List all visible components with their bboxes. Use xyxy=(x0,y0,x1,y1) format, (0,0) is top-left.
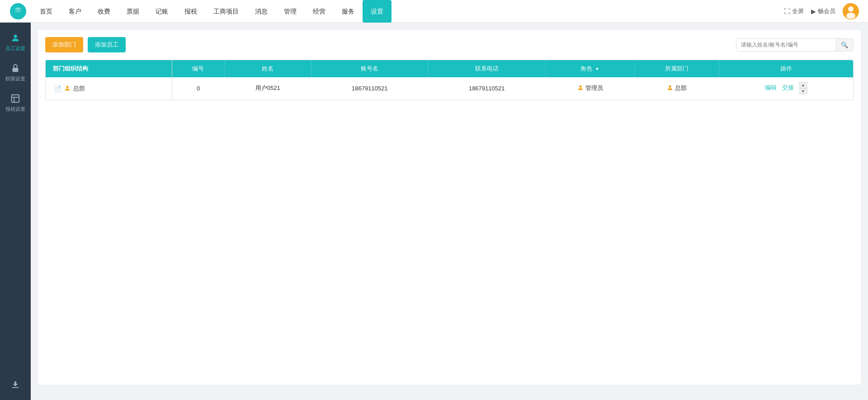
cell-phone: 18679110521 xyxy=(428,77,545,99)
th-dept: 所属部门 xyxy=(635,60,719,77)
search-icon: 🔍 xyxy=(841,42,849,48)
dept-tree: 📄 总部 xyxy=(46,77,172,100)
transfer-link[interactable]: 交接 xyxy=(782,84,794,91)
sidebar-item-staff[interactable]: 员工设置 xyxy=(0,27,31,57)
app-logo xyxy=(5,3,32,19)
svg-point-2 xyxy=(848,6,854,12)
svg-rect-6 xyxy=(12,95,19,103)
nav-message[interactable]: 消息 xyxy=(247,0,276,23)
content-wrapper: 添加部门 添加员工 🔍 部门组织结构 📄 xyxy=(38,30,861,385)
cell-id: 0 xyxy=(172,77,224,99)
scroll-up-button[interactable]: ▲ xyxy=(799,82,807,88)
toolbar: 添加部门 添加员工 🔍 xyxy=(45,37,854,52)
nav-settings[interactable]: 设置 xyxy=(363,0,392,23)
main-content: 添加部门 添加员工 🔍 部门组织结构 📄 xyxy=(31,23,868,400)
nav-service[interactable]: 服务 xyxy=(334,0,363,23)
nav-tax[interactable]: 报税 xyxy=(176,0,205,23)
nav-business[interactable]: 工商项目 xyxy=(205,0,247,23)
member-button[interactable]: ▶ 畅会员 xyxy=(811,7,835,15)
dept-root-label: 总部 xyxy=(73,85,85,93)
svg-point-3 xyxy=(846,13,855,19)
role-label: 管理员 xyxy=(585,84,603,92)
svg-point-4 xyxy=(14,35,17,38)
svg-point-10 xyxy=(66,85,68,88)
dept-label: 总部 xyxy=(675,84,687,92)
th-role[interactable]: 角色 ▼ xyxy=(545,60,635,77)
svg-point-12 xyxy=(669,85,671,87)
svg-rect-5 xyxy=(13,68,19,72)
person-icon xyxy=(10,33,21,43)
nav-accounting[interactable]: 记账 xyxy=(147,0,176,23)
search-input[interactable] xyxy=(736,39,836,51)
dept-person-icon xyxy=(667,85,673,92)
sidebar-item-permissions[interactable]: 权限设置 xyxy=(0,57,31,88)
search-box: 🔍 xyxy=(736,38,854,52)
th-name: 姓名 xyxy=(224,60,311,77)
add-staff-button[interactable]: 添加员工 xyxy=(88,37,126,52)
lock-icon xyxy=(10,63,21,74)
nav-invoice[interactable]: 票据 xyxy=(118,0,147,23)
th-phone: 联系电话 xyxy=(428,60,545,77)
fullscreen-button[interactable]: ⛶ 全屏 xyxy=(784,7,804,15)
sidebar-bottom-area xyxy=(10,374,21,395)
edit-link[interactable]: 编辑 xyxy=(765,84,777,91)
th-id: 编号 xyxy=(172,60,224,77)
filter-icon: ▼ xyxy=(595,66,599,71)
top-navigation: 首页 客户 收费 票据 记账 报税 工商项目 消息 管理 经营 服务 设置 ⛶ … xyxy=(0,0,868,23)
table-panel: 编号 姓名 账号名 联系电话 角色 ▼ 所属部门 操作 xyxy=(172,60,853,100)
sidebar: 员工设置 权限设置 报税设置 xyxy=(0,23,31,400)
cell-account: 18679110521 xyxy=(311,77,428,99)
th-account: 账号名 xyxy=(311,60,428,77)
sidebar-item-tax-settings[interactable]: 报税设置 xyxy=(0,88,31,118)
video-icon: ▶ xyxy=(811,8,816,15)
employee-table: 编号 姓名 账号名 联系电话 角色 ▼ 所属部门 操作 xyxy=(172,60,853,99)
member-label: 畅会员 xyxy=(818,7,835,15)
download-icon xyxy=(10,379,21,390)
sidebar-staff-label: 员工设置 xyxy=(5,45,25,52)
nav-manage[interactable]: 管理 xyxy=(276,0,305,23)
nav-home[interactable]: 首页 xyxy=(32,0,61,23)
scroll-down-button[interactable]: ▼ xyxy=(799,88,807,94)
fullscreen-icon: ⛶ xyxy=(784,8,790,15)
file-icon: 📄 xyxy=(54,85,61,92)
th-action: 操作 xyxy=(719,60,853,77)
dept-tree-item-root[interactable]: 📄 总部 xyxy=(50,82,167,95)
nav-customer[interactable]: 客户 xyxy=(61,0,90,23)
add-dept-button[interactable]: 添加部门 xyxy=(45,37,83,52)
cell-actions: 编辑 交接 ▲ ▼ xyxy=(719,77,853,99)
nav-menu: 首页 客户 收费 票据 记账 报税 工商项目 消息 管理 经营 服务 设置 xyxy=(32,0,784,23)
th-role-label: 角色 xyxy=(580,65,592,72)
sidebar-download-button[interactable] xyxy=(10,374,21,395)
fullscreen-label: 全屏 xyxy=(792,7,804,15)
content-area: 部门组织结构 📄 总部 xyxy=(45,60,854,100)
cell-name: 用户0521 xyxy=(224,77,311,99)
dept-panel-header: 部门组织结构 xyxy=(46,60,172,77)
cell-role: 管理员 xyxy=(545,77,635,99)
table-row: 0 用户0521 18679110521 18679110521 xyxy=(172,77,853,99)
avatar[interactable] xyxy=(843,3,859,19)
svg-point-11 xyxy=(579,85,581,87)
nav-right-area: ⛶ 全屏 ▶ 畅会员 xyxy=(784,3,859,19)
person-small-icon xyxy=(64,85,71,93)
dept-panel: 部门组织结构 📄 总部 xyxy=(46,60,172,100)
cell-dept: 总部 xyxy=(635,77,719,99)
tax-icon xyxy=(10,93,21,104)
search-button[interactable]: 🔍 xyxy=(836,39,853,51)
sidebar-tax-label: 报税设置 xyxy=(5,106,25,113)
sidebar-permissions-label: 权限设置 xyxy=(5,75,25,82)
nav-billing[interactable]: 收费 xyxy=(90,0,118,23)
svg-rect-9 xyxy=(12,387,19,388)
role-person-icon xyxy=(577,85,584,92)
nav-operation[interactable]: 经营 xyxy=(305,0,334,23)
